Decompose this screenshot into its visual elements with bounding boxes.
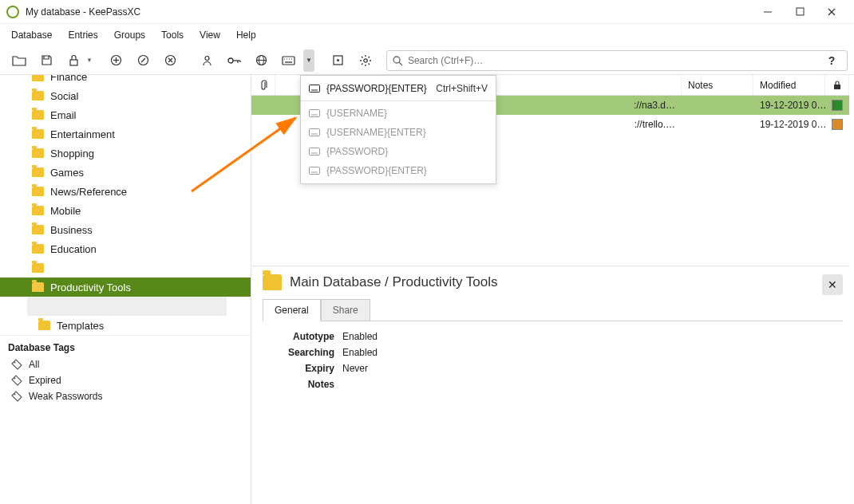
menu-tools[interactable]: Tools (153, 26, 192, 44)
tag-icon (11, 391, 22, 402)
folder-icon (32, 129, 44, 139)
lock-dropdown[interactable]: ▼ (86, 57, 93, 64)
autotype-button[interactable] (276, 49, 302, 72)
tag-icon (11, 375, 22, 386)
sidebar-item-finance[interactable]: Finance (0, 75, 251, 86)
sidebar-item-news-reference[interactable]: News/Reference (0, 182, 251, 201)
tag-all[interactable]: All (6, 356, 251, 372)
menu-help[interactable]: Help (228, 26, 264, 44)
tag-label: All (29, 359, 39, 370)
sidebar-item-label: Productivity Tools (50, 282, 131, 293)
details-path: Main Database / Productivity Tools (290, 274, 497, 290)
tag-label: Expired (29, 375, 61, 386)
sidebar-item-templates[interactable]: Templates (0, 316, 251, 335)
sidebar: FinanceSocialEmailEntertainmentShoppingG… (0, 75, 251, 504)
svg-rect-36 (310, 85, 320, 93)
detail-field: Notes (263, 379, 843, 390)
lock-db-button[interactable] (61, 49, 86, 72)
autotype-dropdown-menu: {PASSWORD}{ENTER}Ctrl+Shift+V{USERNAME}{… (300, 75, 496, 184)
svg-rect-40 (310, 129, 320, 136)
save-db-button[interactable] (34, 49, 59, 72)
cell-modified: 19-12-2019 0… (753, 115, 825, 134)
cell-modified: 19-12-2019 0… (753, 96, 825, 115)
sidebar-item-label: Business (50, 224, 93, 236)
dropdown-label: {USERNAME} (326, 108, 488, 119)
tag-weak-passwords[interactable]: Weak Passwords (6, 388, 251, 404)
svg-rect-38 (310, 110, 320, 117)
sidebar-item-empty[interactable] (0, 258, 251, 278)
sidebar-item-label: Mobile (50, 205, 81, 217)
col-notes[interactable]: Notes (682, 75, 753, 95)
sidebar-item-education[interactable]: Education (0, 239, 251, 258)
tab-general[interactable]: General (263, 299, 321, 321)
keyboard-icon (309, 85, 320, 93)
autotype-dropdown-button[interactable]: ▼ (303, 49, 314, 72)
tag-expired[interactable]: Expired (6, 372, 251, 388)
edit-entry-button[interactable] (131, 49, 156, 72)
sidebar-item-label: Email (50, 109, 77, 121)
detail-value: Never (342, 363, 843, 374)
folder-icon (32, 187, 44, 196)
sidebar-item-shopping[interactable]: Shopping (0, 144, 251, 163)
settings-button[interactable] (353, 49, 378, 72)
sidebar-item-mobile[interactable]: Mobile (0, 201, 251, 220)
svg-line-31 (399, 62, 402, 65)
close-button[interactable] (816, 1, 848, 23)
dropdown-item: {PASSWORD} (301, 142, 496, 161)
tag-icon (11, 359, 22, 370)
search-input[interactable] (408, 55, 821, 66)
sidebar-item-social[interactable]: Social (0, 86, 251, 105)
dropdown-item[interactable]: {PASSWORD}{ENTER}Ctrl+Shift+V (301, 79, 496, 98)
folder-icon (263, 274, 282, 290)
sidebar-item-blurred[interactable] (27, 297, 227, 316)
window-title: My database - KeePassXC (26, 6, 752, 18)
add-entry-button[interactable] (104, 49, 129, 72)
search-box[interactable]: ? (386, 50, 848, 71)
menubar: Database Entries Groups Tools View Help (0, 24, 854, 46)
sidebar-item-productivity-tools[interactable]: Productivity Tools (0, 278, 251, 297)
password-generator-button[interactable] (326, 49, 351, 72)
sidebar-item-label: Templates (57, 320, 104, 332)
sidebar-item-label: Social (50, 90, 78, 102)
svg-rect-42 (310, 148, 320, 156)
keyboard-icon (309, 167, 320, 175)
menu-view[interactable]: View (192, 26, 228, 44)
svg-rect-44 (310, 167, 320, 175)
copy-username-button[interactable] (195, 49, 220, 72)
detail-value (342, 379, 843, 390)
keyboard-icon (309, 128, 320, 136)
sidebar-item-label: Shopping (50, 148, 94, 159)
cell-notes (682, 96, 753, 115)
sidebar-item-games[interactable]: Games (0, 163, 251, 182)
search-help-button[interactable]: ? (821, 54, 842, 67)
open-db-button[interactable] (6, 49, 32, 72)
menu-database[interactable]: Database (3, 26, 60, 44)
details-panel: Main Database / Productivity Tools ✕ Gen… (251, 266, 854, 504)
tab-share[interactable]: Share (321, 299, 370, 321)
minimize-button[interactable] (752, 1, 784, 23)
sidebar-item-email[interactable]: Email (0, 105, 251, 124)
col-modified[interactable]: Modified (753, 75, 825, 95)
delete-entry-button[interactable] (158, 49, 184, 72)
dropdown-separator (301, 100, 496, 101)
svg-point-34 (14, 394, 16, 396)
close-details-button[interactable]: ✕ (822, 274, 843, 295)
copy-password-button[interactable] (222, 49, 247, 72)
col-lock[interactable] (825, 75, 849, 95)
svg-point-30 (393, 57, 400, 63)
sidebar-item-label: Entertainment (50, 128, 115, 140)
copy-url-button[interactable] (249, 49, 275, 72)
detail-key: Searching (263, 347, 342, 358)
menu-entries[interactable]: Entries (60, 26, 105, 44)
svg-rect-4 (70, 60, 77, 65)
detail-key: Expiry (263, 363, 342, 374)
detail-value: Enabled (342, 347, 843, 358)
color-swatch (832, 100, 843, 111)
sidebar-item-business[interactable]: Business (0, 220, 251, 239)
maximize-button[interactable] (784, 1, 816, 23)
sidebar-item-label: News/Reference (50, 186, 127, 198)
sidebar-item-entertainment[interactable]: Entertainment (0, 124, 251, 144)
col-attachment[interactable] (251, 75, 275, 95)
menu-groups[interactable]: Groups (106, 26, 153, 44)
detail-field: ExpiryNever (263, 363, 843, 374)
